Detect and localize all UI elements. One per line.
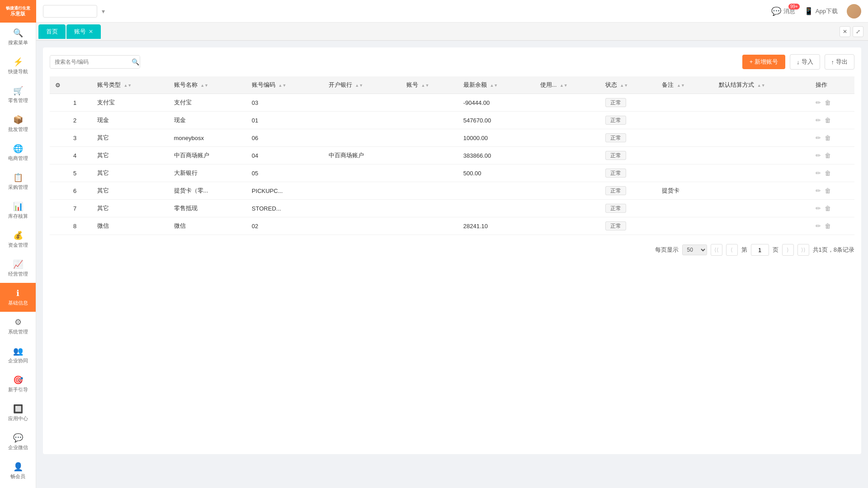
user-avatar[interactable] [847, 4, 861, 19]
edit-button[interactable]: ✏ [816, 169, 821, 177]
sort-name[interactable]: ▲▼ [200, 83, 208, 88]
sidebar-item-search[interactable]: 🔍 搜索菜单 [0, 23, 36, 52]
edit-button[interactable]: ✏ [816, 187, 821, 194]
sidebar-item-basic-info[interactable]: ℹ 基础信息 [0, 283, 36, 312]
sidebar-item-retail[interactable]: 🛒 零售管理 [0, 80, 36, 109]
row-bank [323, 164, 401, 182]
row-status: 正常 [600, 129, 657, 147]
edit-button[interactable]: ✏ [816, 152, 821, 159]
sidebar-item-enterprise-collab[interactable]: 👥 企业协同 [0, 341, 36, 370]
col-status[interactable]: 状态 ▲▼ [600, 76, 657, 94]
delete-button[interactable]: 🗑 [825, 205, 831, 212]
tab-close-all-button[interactable]: ✕ [840, 26, 850, 37]
col-action: 操作 [810, 76, 854, 94]
row-name: 大新银行 [169, 164, 246, 182]
row-account [401, 182, 458, 200]
row-select [50, 182, 68, 200]
purchase-icon: 📋 [2, 173, 33, 183]
row-settlement [713, 182, 810, 200]
tab-account[interactable]: 账号 ✕ [66, 24, 101, 39]
edit-button[interactable]: ✏ [816, 117, 821, 124]
col-code[interactable]: 账号编码 ▲▼ [246, 76, 323, 94]
col-name[interactable]: 账号名称 ▲▼ [169, 76, 246, 94]
sort-code[interactable]: ▲▼ [278, 83, 286, 88]
sort-usage[interactable]: ▲▼ [560, 83, 568, 88]
row-code: 04 [246, 147, 323, 164]
page-prev-button[interactable]: ⟨ [726, 244, 738, 256]
logo-line1: 畅捷通行生意 [6, 6, 30, 11]
message-button[interactable]: 💬 消息 99+ [771, 6, 795, 16]
page-first-button[interactable]: ⟨⟨ [711, 244, 722, 256]
import-button[interactable]: ↓ 导入 [790, 54, 820, 70]
col-bank[interactable]: 开户银行 ▲▼ [323, 76, 401, 94]
tab-maximize-button[interactable]: ⤢ [853, 26, 863, 37]
col-type[interactable]: 账号类型 ▲▼ [92, 76, 169, 94]
page-input[interactable] [751, 244, 769, 256]
row-name: 微信 [169, 217, 246, 235]
row-usage [535, 129, 600, 147]
tab-close-icon[interactable]: ✕ [89, 28, 93, 35]
search-button[interactable]: 🔍 [127, 56, 140, 68]
delete-button[interactable]: 🗑 [825, 222, 831, 230]
sidebar-item-system[interactable]: ⚙ 系统管理 [0, 312, 36, 341]
row-code: 02 [246, 217, 323, 235]
page-next-button[interactable]: ⟩ [782, 244, 794, 256]
delete-button[interactable]: 🗑 [825, 187, 831, 194]
col-account[interactable]: 账号 ▲▼ [401, 76, 458, 94]
sidebar-item-enterprise-wechat[interactable]: 💬 企业微信 [0, 427, 36, 456]
sort-balance[interactable]: ▲▼ [490, 83, 498, 88]
sort-account[interactable]: ▲▼ [421, 83, 429, 88]
delete-button[interactable]: 🗑 [825, 99, 831, 106]
add-account-button[interactable]: + 新增账号 [742, 55, 785, 69]
sort-type[interactable]: ▲▼ [123, 83, 132, 88]
export-button[interactable]: ↑ 导出 [825, 54, 855, 70]
delete-button[interactable]: 🗑 [825, 134, 831, 141]
add-account-label: + 新增账号 [750, 58, 778, 66]
app-download-button[interactable]: 📱 App下载 [804, 7, 838, 15]
sort-remark[interactable]: ▲▼ [677, 83, 685, 88]
sidebar-item-purchase[interactable]: 📋 采购管理 [0, 167, 36, 196]
delete-button[interactable]: 🗑 [825, 117, 831, 124]
row-bank [323, 129, 401, 147]
sidebar-item-wholesale[interactable]: 📦 批发管理 [0, 109, 36, 138]
sort-bank[interactable]: ▲▼ [355, 83, 363, 88]
sort-status[interactable]: ▲▼ [620, 83, 628, 88]
col-remark[interactable]: 备注 ▲▼ [656, 76, 713, 94]
per-page-select[interactable]: 50 100 200 [682, 244, 707, 255]
sidebar-item-member[interactable]: 👤 畅会员 [0, 456, 36, 485]
row-bank [323, 200, 401, 217]
sort-settlement[interactable]: ▲▼ [757, 83, 765, 88]
row-action: ✏ 🗑 [810, 200, 854, 217]
col-settlement[interactable]: 默认结算方式 ▲▼ [713, 76, 810, 94]
sidebar-item-operation[interactable]: 📈 经营管理 [0, 254, 36, 283]
operation-icon: 📈 [2, 259, 33, 269]
edit-button[interactable]: ✏ [816, 205, 821, 212]
row-type: 其它 [92, 129, 169, 147]
delete-button[interactable]: 🗑 [825, 152, 831, 159]
tab-home[interactable]: 首页 [38, 24, 66, 39]
accounts-table: ⚙ 账号类型 ▲▼ 账号名称 ▲▼ 账号编码 ▲▼ 开户银行 ▲▼ 账号 ▲▼ … [50, 76, 854, 235]
col-settings[interactable]: ⚙ [50, 76, 68, 94]
sidebar-item-quicknav[interactable]: ⚡ 快捷导航 [0, 52, 36, 80]
edit-button[interactable]: ✏ [816, 222, 821, 230]
page-unit: 页 [773, 246, 778, 254]
col-usage[interactable]: 使用... ▲▼ [535, 76, 600, 94]
search-input[interactable] [50, 56, 127, 68]
edit-button[interactable]: ✏ [816, 134, 821, 141]
sidebar-item-inventory[interactable]: 📊 库存核算 [0, 196, 36, 225]
sidebar-item-newbie-label: 新手引导 [2, 386, 33, 393]
delete-button[interactable]: 🗑 [825, 169, 831, 177]
sidebar-item-app-center[interactable]: 🔲 应用中心 [0, 399, 36, 427]
sidebar-item-newbie[interactable]: 🎯 新手引导 [0, 370, 36, 399]
edit-button[interactable]: ✏ [816, 99, 821, 106]
sidebar-item-finance[interactable]: 💰 资金管理 [0, 225, 36, 254]
sidebar-item-retail-label: 零售管理 [2, 97, 33, 104]
content-panel: 🔍 + 新增账号 ↓ 导入 ↑ 导出 [43, 47, 861, 454]
header-dropdown[interactable]: ▾ [102, 8, 105, 15]
sidebar-item-ecommerce[interactable]: 🌐 电商管理 [0, 138, 36, 167]
per-page-label: 每页显示 [655, 246, 679, 254]
row-action: ✏ 🗑 [810, 129, 854, 147]
col-balance[interactable]: 最新余额 ▲▼ [458, 76, 535, 94]
page-last-button[interactable]: ⟩⟩ [797, 244, 809, 256]
status-badge: 正常 [605, 151, 626, 160]
